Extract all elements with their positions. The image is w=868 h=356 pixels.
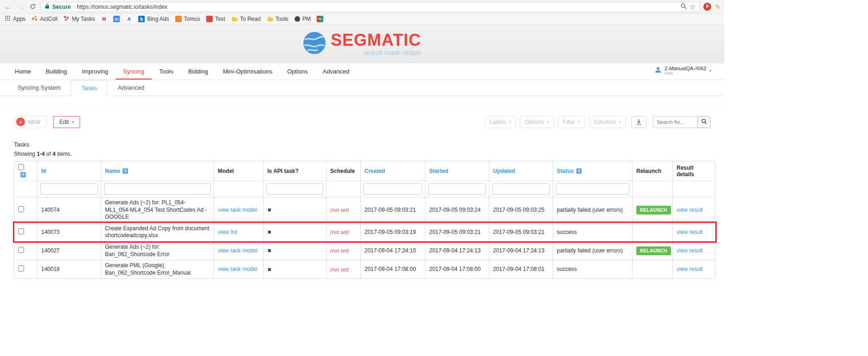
subnav-item-advanced[interactable]: Advanced (107, 80, 154, 96)
nav-item-advanced[interactable]: Advanced (315, 63, 357, 80)
nav-item-improving[interactable]: Improving (74, 63, 116, 80)
sub-nav: Syncing System Tasks Advanced (0, 80, 724, 96)
filter-id-input[interactable] (40, 184, 98, 195)
bing-icon: b (138, 16, 145, 22)
search-button[interactable] (697, 116, 710, 128)
search-input[interactable] (653, 116, 697, 128)
bookmark-tools[interactable]: Tools (267, 16, 289, 23)
chevron-down-icon: ▾ (709, 68, 711, 73)
bookmark-bing-ads[interactable]: b Bing Ads (138, 16, 169, 22)
cell-status: success (553, 260, 633, 279)
filter-is-api-input[interactable] (266, 184, 323, 195)
view-task-model-link[interactable]: view task model (218, 207, 257, 213)
labels-button[interactable]: Labels ▾ (485, 116, 516, 128)
help-icon[interactable]: ? (20, 172, 26, 178)
lock-icon (45, 3, 49, 11)
relaunch-button[interactable]: RELAUNCH (636, 246, 671, 255)
nav-item-tools[interactable]: Tools (152, 63, 180, 80)
filter-button[interactable]: Filter ▾ (558, 116, 585, 128)
bookmark-gmail[interactable]: M (101, 16, 107, 22)
address-bar[interactable]: Secure https://tomus.segmatic.io/tasks/i… (41, 2, 700, 12)
new-button[interactable]: + NEW (14, 116, 47, 128)
refresh-icon[interactable] (29, 3, 37, 11)
cell-name: Generate Ads (~2) for: Ban_062_Shortcode… (101, 241, 214, 260)
select-all-checkbox[interactable] (18, 164, 24, 170)
subnav-item-syncing-system[interactable]: Syncing System (7, 80, 71, 96)
bookmark-tomus[interactable]: Tomus (175, 16, 200, 22)
url-text: https://tomus.segmatic.io/tasks/index (77, 4, 167, 10)
cell-is-api: ✖ (264, 223, 326, 241)
nav-item-home[interactable]: Home (7, 63, 38, 80)
zoom-icon[interactable] (680, 3, 687, 11)
cell-schedule: (not set) (326, 260, 361, 279)
nav-item-mini-optimisations[interactable]: Mini-Optimisations (215, 63, 280, 80)
help-icon[interactable]: ? (123, 168, 128, 174)
extension-p-icon[interactable]: P (703, 3, 711, 11)
cell-is-api: ✖ (264, 241, 326, 260)
subnav-item-tasks[interactable]: Tasks (71, 80, 107, 96)
segmatic-logo: SEGMATIC search made simple (303, 31, 421, 56)
download-button[interactable] (631, 116, 646, 128)
filter-name-input[interactable] (104, 184, 211, 195)
sort-id-link[interactable]: Id (41, 168, 46, 174)
filter-status-input[interactable] (556, 184, 629, 195)
extension-pencil-icon[interactable]: ✎ (715, 3, 720, 11)
bookmark-tc[interactable]: TC (317, 16, 323, 22)
edit-button[interactable]: Edit ▾ (53, 116, 80, 128)
row-checkbox[interactable] (18, 265, 24, 271)
tasks-table: ? Id Name? Model Is API task? Schedule C… (14, 161, 715, 279)
bookmark-test[interactable]: Test (206, 16, 225, 22)
filter-started-input[interactable] (428, 184, 486, 195)
view-result-link[interactable]: view result (677, 207, 703, 213)
cell-started: 2017-09-04 17:24:13 (425, 241, 489, 260)
columns-button[interactable]: Columns ▾ (589, 116, 626, 128)
back-icon[interactable]: ← (4, 3, 12, 10)
options-button[interactable]: Options ▾ (520, 116, 554, 128)
gmail-icon: M (101, 16, 107, 22)
filter-created-input[interactable] (363, 184, 422, 195)
cell-status: success (553, 223, 633, 241)
actcoll-icon (31, 15, 37, 23)
sort-status-link[interactable]: Status (557, 168, 574, 174)
row-checkbox[interactable] (18, 247, 24, 253)
view-list-link[interactable]: view list (218, 229, 237, 235)
user-menu[interactable]: Z-ManualQA-#062 #280 ▾ (654, 66, 711, 75)
folder-icon (231, 16, 238, 23)
bookmark-pm[interactable]: PM (295, 16, 311, 22)
row-checkbox[interactable] (18, 206, 24, 212)
bookmark-actcoll[interactable]: ActColl (31, 15, 57, 23)
cell-schedule: (not set) (326, 241, 361, 260)
nav-item-building[interactable]: Building (38, 63, 74, 80)
view-task-model-link[interactable]: view task model (218, 247, 257, 254)
filter-updated-input[interactable] (492, 184, 550, 195)
content-separator (0, 96, 724, 107)
chevron-down-icon: ▾ (509, 120, 511, 124)
bookmark-star-icon[interactable]: ☆ (689, 3, 696, 10)
row-checkbox[interactable] (18, 228, 24, 234)
view-task-model-link[interactable]: view task model (218, 266, 257, 272)
analytics-icon: A (126, 16, 132, 22)
sort-updated-link[interactable]: Updated (493, 168, 515, 174)
forward-icon[interactable]: → (16, 3, 25, 10)
view-result-link[interactable]: view result (677, 266, 703, 272)
bookmark-apps[interactable]: Apps (5, 15, 25, 23)
tomus-icon (175, 16, 182, 22)
help-icon[interactable]: ? (576, 168, 582, 174)
filter-row (14, 181, 715, 197)
bookmark-to-read[interactable]: To Read (231, 16, 261, 23)
sort-created-link[interactable]: Created (364, 168, 385, 174)
view-result-link[interactable]: view result (677, 247, 703, 254)
nav-item-options[interactable]: Options (280, 63, 315, 80)
nav-item-bidding[interactable]: Bidding (181, 63, 215, 80)
cell-status: partially failed (user errors) (553, 241, 633, 260)
sort-name-link[interactable]: Name (105, 168, 120, 174)
grid-toolbar: + NEW Edit ▾ Labels ▾ Options ▾ Filter ▾ (0, 107, 724, 140)
view-result-link[interactable]: view result (677, 229, 703, 235)
nav-item-syncing[interactable]: Syncing (116, 63, 152, 80)
bookmark-calendar[interactable]: 31 (113, 16, 120, 22)
relaunch-button[interactable]: RELAUNCH (636, 206, 671, 215)
bookmark-analytics[interactable]: A (126, 16, 132, 22)
sort-started-link[interactable]: Started (429, 168, 448, 174)
cell-updated: 2017-09-04 17:24:13 (489, 241, 553, 260)
bookmark-my-tasks[interactable]: My Tasks (63, 15, 95, 23)
